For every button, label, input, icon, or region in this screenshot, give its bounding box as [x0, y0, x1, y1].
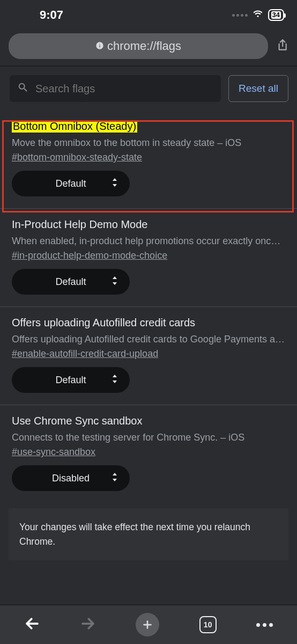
flag-title: Bottom Omnibox (Steady): [12, 120, 137, 133]
flag-select-value: Default: [55, 375, 86, 386]
url-bar-row: chrome://flags: [0, 27, 297, 65]
flag-select-value: Default: [55, 276, 86, 288]
cellular-icon: [232, 14, 248, 17]
forward-button[interactable]: [80, 616, 96, 634]
status-time: 9:07: [40, 8, 63, 22]
flag-select-value: Disabled: [52, 473, 90, 484]
back-button[interactable]: [24, 616, 40, 634]
relaunch-notice: Your changes will take effect the next t…: [9, 508, 288, 560]
reset-all-button[interactable]: Reset all: [228, 75, 288, 102]
flag-hash-link[interactable]: #in-product-help-demo-mode-choice: [12, 250, 167, 261]
bottom-toolbar: 10: [0, 604, 297, 644]
search-box[interactable]: [10, 75, 221, 102]
page-info-icon: [95, 39, 104, 53]
flags-list: Bottom Omnibox (Steady)Move the omnibox …: [0, 111, 297, 503]
chevron-updown-icon: [112, 375, 118, 386]
battery-icon: 34: [268, 9, 284, 21]
wifi-icon: [252, 8, 264, 22]
controls-row: Reset all: [0, 67, 297, 111]
flag-item: Offers uploading Autofilled credit cards…: [0, 307, 297, 405]
chevron-updown-icon: [112, 276, 118, 288]
more-button[interactable]: [256, 623, 273, 627]
flag-select[interactable]: Default: [12, 367, 130, 393]
flag-title: Offers uploading Autofilled credit cards: [12, 317, 195, 329]
chevron-updown-icon: [112, 473, 118, 484]
flag-description: Offers uploading Autofilled credit cards…: [12, 332, 285, 346]
share-button[interactable]: [274, 38, 288, 54]
new-tab-button[interactable]: [136, 613, 159, 636]
url-bar[interactable]: chrome://flags: [9, 33, 268, 59]
tabs-count: 10: [204, 620, 212, 629]
flag-hash-link[interactable]: #use-sync-sandbox: [12, 447, 95, 458]
flag-item: Bottom Omnibox (Steady)Move the omnibox …: [0, 111, 297, 209]
flag-hash-link[interactable]: #bottom-omnibox-steady-state: [12, 152, 142, 163]
flag-select[interactable]: Default: [12, 171, 130, 196]
flag-description: Connects to the testing server for Chrom…: [12, 430, 285, 444]
flag-description: When enabled, in-product help promotions…: [12, 234, 285, 248]
battery-level: 34: [271, 11, 281, 19]
url-text: chrome://flags: [107, 39, 181, 53]
search-icon: [17, 82, 29, 96]
flag-title: In-Product Help Demo Mode: [12, 218, 147, 231]
search-input[interactable]: [35, 83, 213, 95]
flag-select[interactable]: Default: [12, 269, 130, 295]
chevron-updown-icon: [112, 178, 118, 189]
flag-item: Use Chrome Sync sandboxConnects to the t…: [0, 405, 297, 503]
flag-select[interactable]: Disabled: [12, 465, 130, 491]
flag-hash-link[interactable]: #enable-autofill-credit-card-upload: [12, 348, 158, 360]
tabs-button[interactable]: 10: [199, 616, 217, 633]
status-bar: 9:07 34: [0, 0, 297, 27]
flag-description: Move the omnibox to the bottom in steady…: [12, 136, 285, 150]
flag-title: Use Chrome Sync sandbox: [12, 415, 142, 427]
status-right: 34: [232, 8, 284, 22]
flag-select-value: Default: [55, 178, 86, 189]
flag-item: In-Product Help Demo ModeWhen enabled, i…: [0, 209, 297, 307]
